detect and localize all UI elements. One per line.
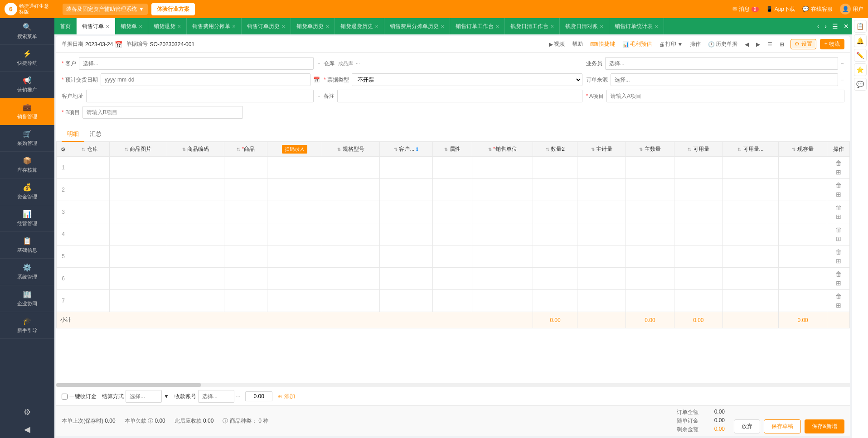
calendar-icon[interactable]: 📅 [115,41,122,48]
quick-settle-checkbox[interactable]: 一键收订金 [62,393,97,400]
cell-main-unit[interactable] [577,223,626,245]
th-attribute[interactable]: ⇅ 属性 [433,142,472,157]
cell-available2[interactable] [723,201,778,223]
cell-goods-img[interactable] [109,245,167,268]
cell-sales-unit[interactable] [472,201,533,223]
tab-sales-order-history[interactable]: 销售订单历史✕ [242,18,291,34]
quick-settle-input[interactable] [62,394,68,399]
sidebar-item-marketing[interactable]: 📢营销推广 [0,72,54,98]
online-service-btn[interactable]: 💬 在线客服 [802,5,833,13]
tab-summary[interactable]: 汇总 [84,127,107,142]
cell-goods-code[interactable] [167,245,224,268]
order-source-input[interactable] [611,73,838,86]
cell-goods-name[interactable] [224,290,267,312]
cell-customer-code[interactable] [379,157,432,179]
cell-available2[interactable] [723,179,778,201]
th-main-qty[interactable]: ⇅ 主数量 [626,142,674,157]
sidebar-item-finance[interactable]: 💰资金管理 [0,178,54,205]
scroll-bar[interactable] [56,383,201,387]
rp-btn-4[interactable]: 💬 [854,78,867,91]
salesperson-input[interactable] [605,57,838,70]
cell-main-unit[interactable] [577,290,626,312]
save-draft-btn[interactable]: 保存草稿 [764,419,801,433]
sidebar-item-purchase[interactable]: 🛒采购管理 [0,125,54,152]
row-copy-btn[interactable]: ⊞ [835,190,842,199]
cell-stock[interactable] [779,201,827,223]
sidebar-item-basic-info[interactable]: 📋基础信息 [0,232,54,259]
th-warehouse[interactable]: ⇅ 仓库 [70,142,110,157]
cell-qty2[interactable] [533,245,577,268]
tab-sales-order-workbench[interactable]: 销售订单工作台✕ [450,18,505,34]
cell-goods-name[interactable] [224,201,267,223]
row-delete-btn[interactable]: 🗑 [834,247,843,256]
tab-sales-stats[interactable]: 销售订单统计表✕ [609,18,664,34]
cell-goods-code[interactable] [167,201,224,223]
cell-available2[interactable] [723,157,778,179]
settle-method-input[interactable] [126,390,162,403]
cell-goods-name[interactable] [224,268,267,290]
delivery-date-input[interactable] [101,73,310,86]
cell-customer-code[interactable] [379,290,432,312]
tab-sales-order[interactable]: 销售订单✕ [77,18,115,34]
warehouse-more-btn[interactable]: ··· [356,61,359,66]
th-main-unit[interactable]: ⇅ 主计量 [577,142,626,157]
cell-goods-img[interactable] [109,179,167,201]
cell-warehouse[interactable] [70,268,110,290]
cell-qty2[interactable] [533,179,577,201]
cell-goods-code[interactable] [167,157,224,179]
row-copy-btn[interactable]: ⊞ [835,168,842,177]
tab-sales-expense[interactable]: 销售费用分摊单✕ [187,18,242,34]
cell-warehouse[interactable] [70,201,110,223]
cell-available2[interactable] [723,223,778,245]
expand-btn[interactable]: ⊞ [777,40,787,48]
view-mode-btn[interactable]: ☰ [765,40,775,48]
th-available2[interactable]: ⇅ 可用量... [723,142,778,157]
cell-available[interactable] [674,157,723,179]
th-stock[interactable]: ⇅ 现存量 [779,142,827,157]
th-sales-unit[interactable]: ⇅ *销售单位 [472,142,533,157]
app-download-btn[interactable]: 📱 App下载 [766,5,795,13]
shortcut-btn[interactable]: ⌨ 快捷键 [587,39,618,49]
tab-cash-daily[interactable]: 钱货日清工作台✕ [505,18,560,34]
cell-stock[interactable] [779,268,827,290]
rp-btn-0[interactable]: 📋 [854,20,867,33]
cell-goods-name[interactable] [224,223,267,245]
sidebar-item-sales[interactable]: 💼销售管理 [0,98,54,125]
amount-input[interactable] [245,391,272,401]
cell-warehouse[interactable] [70,157,110,179]
cell-qty2[interactable] [533,223,577,245]
profit-btn[interactable]: 📊 毛利预估 [620,39,655,49]
order-source-more-btn[interactable]: ··· [841,77,844,82]
rp-btn-3[interactable]: ⭐ [854,63,867,76]
message-btn[interactable]: ✉ 消息 9 [732,5,759,13]
cell-goods-code[interactable] [167,268,224,290]
row-delete-btn[interactable]: 🗑 [834,270,843,279]
row-copy-btn[interactable]: ⊞ [835,301,842,310]
sidebar-item-quick-nav[interactable]: ⚡快捷导航 [0,45,54,72]
cell-stock[interactable] [779,245,827,268]
th-qty2[interactable]: ⇅ 数量2 [533,142,577,157]
cell-spec[interactable] [322,245,380,268]
cell-main-qty[interactable] [626,157,674,179]
row-delete-btn[interactable]: 🗑 [834,203,843,212]
settings-btn[interactable]: ⚙ 设置 [790,39,816,49]
cell-goods-img[interactable] [109,157,167,179]
invoice-type-select[interactable]: 不开票 [352,73,582,86]
tab-sales-refund[interactable]: 销货退货✕ [148,18,187,34]
cell-goods-code[interactable] [167,290,224,312]
cell-available[interactable] [674,201,723,223]
cell-main-unit[interactable] [577,179,626,201]
sidebar-item-inventory[interactable]: 📦库存核算 [0,152,54,178]
row-copy-btn[interactable]: ⊞ [835,279,842,288]
cell-stock[interactable] [779,157,827,179]
remark-input[interactable] [337,90,582,102]
cell-warehouse[interactable] [70,290,110,312]
a-project-input[interactable] [606,90,844,102]
cell-sales-unit[interactable] [472,157,533,179]
nav-prev-btn[interactable]: ◀ [742,40,752,48]
cell-customer-code[interactable] [379,201,432,223]
cell-customer-code[interactable] [379,223,432,245]
cell-available[interactable] [674,245,723,268]
cell-spec[interactable] [322,223,380,245]
cell-goods-name[interactable] [224,179,267,201]
